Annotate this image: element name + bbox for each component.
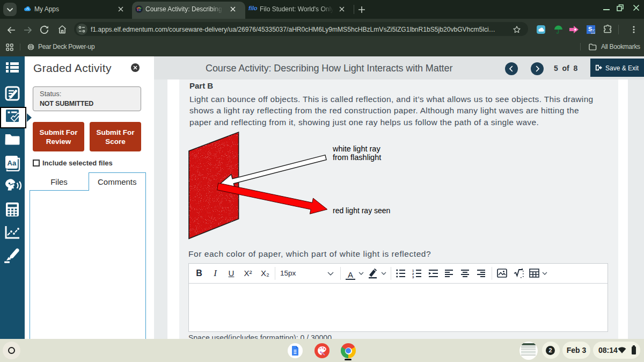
svg-text:3: 3 xyxy=(412,276,414,279)
svg-text:red light ray seen: red light ray seen xyxy=(333,206,390,215)
svg-text:white light ray: white light ray xyxy=(332,144,380,153)
svg-text:M: M xyxy=(591,29,595,34)
svg-text:from flashlight: from flashlight xyxy=(333,153,381,162)
svg-text:Aa: Aa xyxy=(8,159,17,167)
